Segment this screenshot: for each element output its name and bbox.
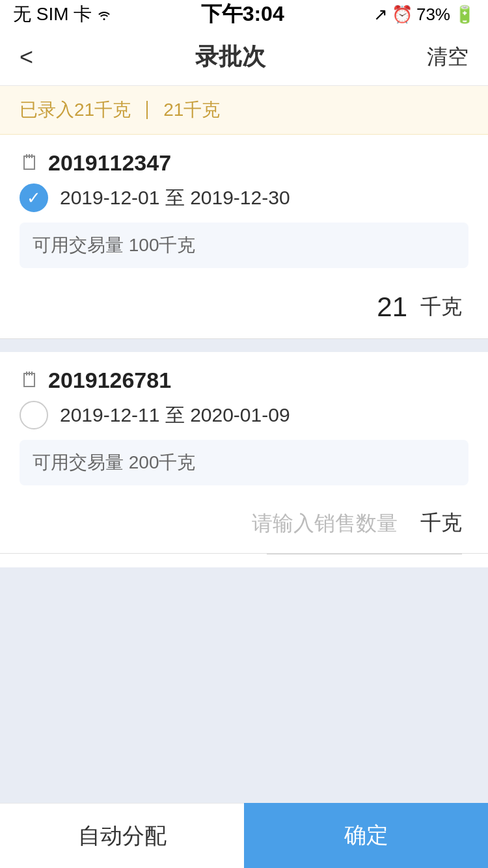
quantity-unit-2: 千克 bbox=[420, 509, 462, 537]
page-title: 录批次 bbox=[195, 41, 265, 73]
batch-card-2: 🗒 2019126781 2019-12-11 至 2020-01-09 可用交… bbox=[0, 352, 488, 567]
quantity-unit-1: 千克 bbox=[420, 293, 462, 321]
doc-icon-2: 🗒 bbox=[20, 368, 40, 392]
battery-icon: 🔋 bbox=[454, 5, 475, 25]
main-content: 🗒 2019112347 ✓ 2019-12-01 至 2019-12-30 可… bbox=[0, 135, 488, 852]
batch-date-row-1[interactable]: ✓ 2019-12-01 至 2019-12-30 bbox=[0, 183, 488, 223]
bottom-bar: 自动分配 确定 bbox=[0, 803, 488, 868]
quantity-value-1[interactable]: 21 bbox=[377, 292, 407, 323]
checkbox-2[interactable] bbox=[20, 401, 48, 429]
batch-header-2: 🗒 2019126781 bbox=[0, 352, 488, 401]
status-right: ↗ ⏰ 73% 🔋 bbox=[373, 5, 475, 25]
nav-bar: < 录批次 清空 bbox=[0, 29, 488, 86]
clear-button[interactable]: 清空 bbox=[427, 43, 468, 72]
battery-text: 73% bbox=[416, 5, 450, 25]
doc-icon-1: 🗒 bbox=[20, 151, 40, 175]
status-time: 下午3:04 bbox=[111, 0, 373, 29]
separator-1 bbox=[0, 339, 488, 352]
batch-card-1: 🗒 2019112347 ✓ 2019-12-01 至 2019-12-30 可… bbox=[0, 135, 488, 339]
confirm-button[interactable]: 确定 bbox=[244, 803, 488, 868]
batch-date-1: 2019-12-01 至 2019-12-30 bbox=[60, 185, 290, 211]
status-bar: 无 SIM 卡 下午3:04 ↗ ⏰ 73% 🔋 bbox=[0, 0, 488, 29]
summary-bar: 已录入21千克 21千克 bbox=[0, 86, 488, 135]
batch-id-2: 2019126781 bbox=[48, 368, 171, 393]
alarm-icon: ⏰ bbox=[392, 5, 413, 25]
batch-date-2: 2019-12-11 至 2020-01-09 bbox=[60, 402, 290, 429]
quantity-input-row-2[interactable]: 千克 bbox=[0, 496, 488, 554]
batch-header-1: 🗒 2019112347 bbox=[0, 135, 488, 183]
quantity-input-2[interactable] bbox=[212, 511, 407, 536]
auto-distribute-button[interactable]: 自动分配 bbox=[0, 803, 244, 868]
status-left: 无 SIM 卡 bbox=[13, 2, 111, 27]
batch-id-1: 2019112347 bbox=[48, 150, 171, 176]
quantity-row-1: 21 千克 bbox=[0, 278, 488, 339]
summary-value: 21千克 bbox=[163, 98, 220, 122]
wifi-icon bbox=[97, 4, 111, 25]
batch-available-2: 可用交易量 200千克 bbox=[20, 440, 468, 485]
carrier-text: 无 SIM 卡 bbox=[13, 2, 92, 27]
summary-divider bbox=[146, 101, 148, 119]
batch-date-row-2[interactable]: 2019-12-11 至 2020-01-09 bbox=[0, 401, 488, 440]
checkbox-1[interactable]: ✓ bbox=[20, 183, 48, 212]
summary-label: 已录入21千克 bbox=[20, 98, 131, 122]
location-icon: ↗ bbox=[373, 5, 388, 25]
batch-available-1: 可用交易量 100千克 bbox=[20, 223, 468, 268]
checkmark-1: ✓ bbox=[27, 189, 41, 206]
back-button[interactable]: < bbox=[20, 46, 33, 69]
card-bottom-space-2 bbox=[0, 554, 488, 567]
